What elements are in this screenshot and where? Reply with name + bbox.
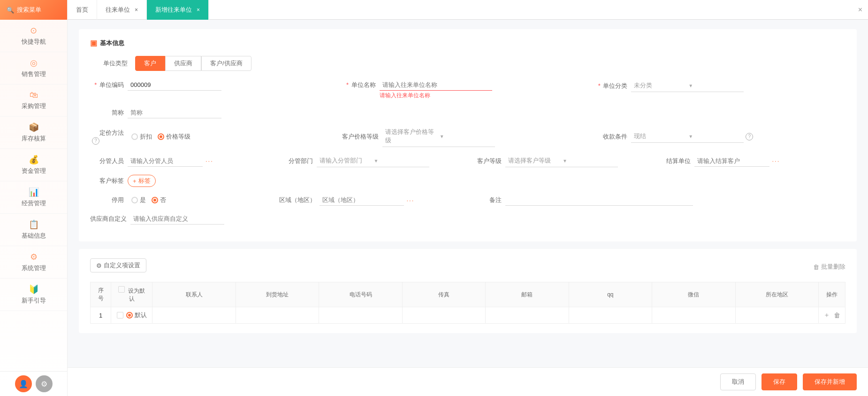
add-tag-btn[interactable]: + 标签 [128,175,156,187]
pricing-discount-option[interactable]: 折扣 [131,132,152,141]
region-table-input[interactable] [740,312,814,319]
pricing-help-icon[interactable]: ? [92,137,99,145]
disabled-yes-option[interactable]: 是 [131,196,146,204]
custom-settings-btn[interactable]: ⚙ 自定义项设置 [90,258,146,272]
default-radio-dot [128,314,131,317]
region-more-btn[interactable]: ··· [404,197,418,204]
settlement-unit-label: 结算单位 [657,157,694,165]
sidebar-item-inventory[interactable]: 📦 库存核算 [0,116,67,149]
sidebar-item-label: 经营管理 [22,199,46,208]
form-row-tag: 客户标签 + 标签 [90,175,845,187]
unit-code-input[interactable] [128,79,221,91]
short-name-input[interactable] [128,107,221,118]
email-input[interactable] [490,312,563,319]
cell-default: 默认 [111,307,152,324]
sidebar-item-label: 基础信息 [22,232,46,240]
cell-address [236,307,319,324]
pricing-discount-radio[interactable] [131,133,138,140]
unit-category-select[interactable]: 未分类 ▼ [631,79,744,92]
sidebar-item-finance[interactable]: 💰 资金管理 [0,149,67,181]
payment-terms-arrow: ▼ [688,134,741,139]
cancel-button[interactable]: 取消 [720,373,756,390]
col-address: 到货地址 [236,282,319,307]
required-star2: * [346,81,349,88]
tab-partners-label: 往来单位 [106,6,130,14]
sidebar-item-sales[interactable]: ◎ 销售管理 [0,52,67,85]
region-input[interactable] [320,194,404,206]
sidebar-item-system[interactable]: ⚙ 系统管理 [0,246,67,279]
note-field: 备注 [468,194,845,206]
col-region: 所在地区 [735,282,818,307]
default-label: 默认 [135,311,147,319]
default-radio-option[interactable]: 默认 [126,311,147,319]
department-select[interactable]: 请输入分管部门 ▼ [317,155,429,167]
contact-input[interactable] [157,312,230,319]
tab-home[interactable]: 首页 [68,0,97,20]
customer-tag-label: 客户标签 [90,177,128,185]
finance-icon: 💰 [29,155,39,165]
payment-terms-select[interactable]: 现结 ▼ [631,130,744,143]
close-all-tabs[interactable]: × [858,6,862,14]
sidebar-item-operation[interactable]: 📊 经营管理 [0,181,67,214]
customer-level-label: 客户等级 [468,157,505,165]
basic-info-card: ▣ 基本信息 单位类型 客户 供应商 客户/供应商 * 单位编码 [79,29,857,241]
select-all-checkbox[interactable] [118,286,125,293]
save-button[interactable]: 保存 [761,373,797,390]
unit-name-input[interactable] [380,79,492,91]
sidebar-item-label: 新手引导 [22,296,46,305]
qq-input[interactable] [574,312,647,319]
wechat-input[interactable] [657,312,730,319]
disabled-no-option[interactable]: 否 [152,196,166,204]
settlement-unit-more-btn[interactable]: ··· [769,157,783,164]
fax-input[interactable] [407,312,480,319]
payment-terms-help-icon[interactable]: ? [746,133,753,140]
default-radio[interactable] [126,312,133,318]
sidebar-item-purchase[interactable]: 🛍 采购管理 [0,85,67,116]
sidebar-item-quick-nav[interactable]: ⊙ 快捷导航 [0,20,67,52]
sidebar-search[interactable]: 🔍 搜索菜单 [0,0,67,20]
unit-type-both[interactable]: 客户/供应商 [201,56,251,71]
batch-delete-btn[interactable]: 🗑 批量删除 [813,263,845,271]
quick-nav-icon: ⊙ [30,25,37,36]
col-actions: 操作 [818,282,845,307]
customer-price-level-select[interactable]: 请选择客户价格等级 ▼ [382,126,495,147]
sidebar-user-btn[interactable]: 👤 [15,375,32,392]
pricing-level-option[interactable]: 价格等级 [158,132,190,141]
settlement-unit-input[interactable] [694,155,769,167]
col-qq: qq [569,282,652,307]
tab-partners-close[interactable]: × [135,7,138,13]
department-arrow: ▼ [374,158,426,163]
tab-partners[interactable]: 往来单位 × [97,0,147,20]
customer-level-select[interactable]: 请选择客户等级 ▼ [505,155,618,167]
sidebar-item-basic[interactable]: 📋 基础信息 [0,214,67,246]
add-row-icon[interactable]: ＋ [823,311,830,319]
pricing-level-radio[interactable] [158,133,164,140]
section-title-text: 基本信息 [100,39,124,47]
phone-input[interactable] [324,312,397,319]
col-seq: 序号 [91,282,111,307]
row-actions: ＋ 🗑 [823,311,840,319]
sidebar-settings-btn[interactable]: ⚙ [36,375,53,392]
manager-more-btn[interactable]: ··· [203,157,216,164]
customer-price-level-field: 客户价格等级 请选择客户价格等级 ▼ [342,126,594,147]
row-checkbox[interactable] [117,312,123,318]
disabled-yes-radio[interactable] [131,197,138,203]
disabled-label: 停用 [90,196,128,204]
unit-type-label: 单位类型 [90,59,128,68]
department-placeholder: 请输入分管部门 [320,156,372,165]
manager-input[interactable] [128,155,203,167]
sidebar-item-guide[interactable]: 🔰 新手引导 [0,279,67,311]
address-input[interactable] [241,312,314,319]
disabled-no-radio[interactable] [152,197,158,203]
delete-row-icon[interactable]: 🗑 [834,311,840,319]
tab-bar: 首页 往来单位 × 新增往来单位 × × [68,0,868,20]
tab-new-partner-close[interactable]: × [197,7,200,13]
unit-type-customer[interactable]: 客户 [135,56,165,71]
note-input[interactable] [505,194,693,206]
save-new-button[interactable]: 保存并新增 [803,373,857,390]
cell-email [486,307,569,324]
footer: 取消 保存 保存并新增 [68,367,868,396]
tab-new-partner[interactable]: 新增往来单位 × [147,0,209,20]
unit-type-supplier[interactable]: 供应商 [165,56,201,71]
supplier-custom-input[interactable] [130,213,224,225]
